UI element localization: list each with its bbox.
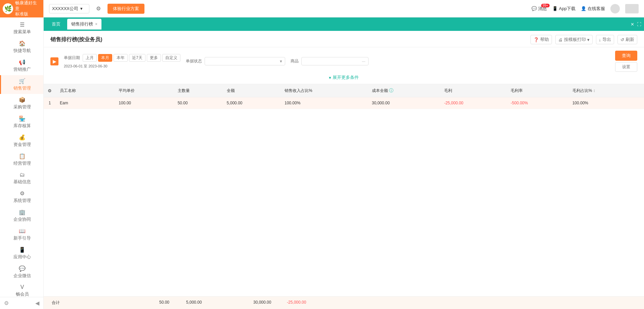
sidebar-label-purchase: 采购管理	[13, 104, 31, 110]
message-button[interactable]: 💬 消息 99+	[531, 6, 547, 12]
date-btns: 上月本月本年近7天更多自定义	[83, 54, 180, 62]
sidebar-nav: ☰搜索菜单🏠快捷导航📢营销推广🛒销售管理📦采购管理🏪库存核算💰资金管理📋经营管理…	[0, 17, 43, 297]
page-content: 销售排行榜(按业务员) ❓ 帮助 🖨 按模板打印 ▾ ↓ 导出 ↺ 刷新	[44, 31, 644, 309]
sidebar-item-sales[interactable]: 🛒销售管理	[0, 75, 43, 94]
sidebar: 🌿 畅康通好生意 标准版 ☰搜索菜单🏠快捷导航📢营销推广🛒销售管理📦采购管理🏪库…	[0, 0, 44, 309]
trial-button[interactable]: 体验行业方案	[108, 4, 144, 14]
sidebar-item-app-center[interactable]: 📱应用中心	[0, 244, 43, 263]
goods-input[interactable]: ···	[301, 57, 369, 65]
user-info[interactable]	[625, 4, 639, 13]
sidebar-label-enterprise: 企业协同	[13, 216, 31, 222]
tab-home[interactable]: 首页	[46, 17, 66, 31]
date-btn-上月[interactable]: 上月	[83, 54, 97, 62]
sidebar-label-app-center: 应用中心	[13, 254, 31, 260]
expand-more-row: ▾ 展开更多条件	[50, 74, 637, 81]
cell-sales_ratio: 100.00%	[281, 97, 368, 109]
cell-cost: 30,000.00	[368, 97, 440, 109]
table-header: ⚙员工名称平均单价主数量全额销售收入占比%成本全额 ⓘ毛利毛利率毛利占比% ↕	[44, 84, 644, 97]
tab-bar-actions: ✕ ⛶	[631, 22, 641, 27]
header-gear-button[interactable]: ⚙	[93, 4, 103, 14]
table-footer: 合计50.005,000.0030,000.00-25,000.00	[44, 296, 644, 309]
sidebar-item-quick-nav[interactable]: 🏠快捷导航	[0, 38, 43, 56]
cell-name: Eam	[56, 97, 115, 109]
logo-icon: 🌿	[3, 3, 13, 14]
sidebar-item-operation[interactable]: 📋经营管理	[0, 150, 43, 169]
sidebar-label-search-order: 搜索菜单	[13, 29, 31, 35]
cell-amount: 5,000.00	[223, 97, 281, 109]
tab-sales-ranking[interactable]: 销售排行榜 ×	[67, 19, 101, 30]
goods-filter-label: 商品	[291, 58, 299, 64]
sidebar-icon-operation: 📋	[19, 153, 26, 159]
cell-profit_rate: -500.00%	[507, 97, 568, 109]
filter-actions: 查询 设置	[615, 51, 637, 72]
date-btn-近7天[interactable]: 近7天	[129, 54, 145, 62]
app-download-button[interactable]: 📱 App下载	[552, 6, 575, 12]
sidebar-logo: 🌿 畅康通好生意 标准版	[0, 0, 43, 17]
tab-expand-icon[interactable]: ⛶	[637, 22, 641, 27]
message-icon: 💬	[531, 6, 537, 11]
sidebar-item-member[interactable]: V畅会员	[0, 281, 43, 297]
expand-more-button[interactable]: ▾ 展开更多条件	[329, 74, 359, 81]
sidebar-label-system: 系统管理	[13, 198, 31, 204]
sidebar-item-base-info[interactable]: 🗂基础信息	[0, 169, 43, 188]
tab-close-icon[interactable]: ×	[95, 22, 97, 27]
company-selector[interactable]: XXXXXX公司 ▾	[49, 4, 89, 13]
export-icon: ↓	[599, 37, 601, 42]
sidebar-item-enterprise[interactable]: 🏢企业协同	[0, 206, 43, 225]
sidebar-item-marketing[interactable]: 📢营销推广	[0, 56, 43, 75]
goods-more-icon: ···	[362, 59, 366, 64]
export-button[interactable]: ↓ 导出	[596, 35, 614, 44]
col-settings-icon[interactable]: ⚙	[48, 88, 52, 93]
sidebar-collapse-icon[interactable]: ◀	[35, 300, 39, 306]
profit-ratio-sort-icon[interactable]: ↕	[593, 88, 596, 93]
sidebar-icon-search-order: ☰	[20, 21, 25, 28]
sidebar-item-search-order[interactable]: ☰搜索菜单	[0, 19, 43, 38]
status-select[interactable]: ▾	[205, 57, 285, 65]
sidebar-item-finance[interactable]: 💰资金管理	[0, 132, 43, 150]
sidebar-item-purchase[interactable]: 📦采购管理	[0, 94, 43, 113]
sidebar-icon-sales: 🛒	[19, 78, 26, 84]
cell-profit_ratio: 100.00%	[568, 97, 644, 109]
help-button[interactable]: ❓ 帮助	[530, 35, 552, 44]
filter-toggle-button[interactable]: ▶	[50, 57, 58, 65]
expand-icon: ▾	[329, 75, 331, 80]
online-service-button[interactable]: 👤 在线客服	[581, 6, 605, 12]
sidebar-settings-icon[interactable]: ⚙	[4, 300, 9, 306]
sidebar-icon-wechat: 💬	[19, 265, 26, 272]
download-icon: 📱	[552, 6, 558, 11]
filter-settings-button[interactable]: 设置	[615, 62, 637, 72]
sidebar-label-wechat: 企业微信	[13, 273, 31, 279]
col-header-amount: 全额	[223, 84, 281, 97]
tab-close-window-icon[interactable]: ✕	[631, 22, 634, 27]
footer-cell-7	[316, 300, 350, 306]
col-header-name: 员工名称	[56, 84, 115, 97]
cell-quantity: 50.00	[174, 97, 223, 109]
sidebar-item-inventory[interactable]: 🏪库存核算	[0, 113, 43, 132]
date-btn-本年[interactable]: 本年	[114, 54, 128, 62]
avatar[interactable]	[610, 4, 620, 13]
sidebar-label-finance: 资金管理	[13, 142, 31, 148]
date-btn-本月[interactable]: 本月	[98, 54, 112, 62]
query-button[interactable]: 查询	[615, 51, 637, 61]
print-icon: 🖨	[558, 37, 563, 42]
sidebar-item-system[interactable]: ⚙系统管理	[0, 188, 43, 206]
refresh-button[interactable]: ↺ 刷新	[617, 35, 637, 44]
col-header-sales_ratio: 销售收入占比%	[281, 84, 368, 97]
status-filter: 单据状态 ▾	[186, 57, 285, 65]
sidebar-item-guide[interactable]: 📖新手引导	[0, 225, 43, 244]
footer-cell-6: -25,000.00	[283, 300, 316, 306]
sidebar-item-wechat[interactable]: 💬企业微信	[0, 263, 43, 281]
print-button[interactable]: 🖨 按模板打印 ▾	[555, 35, 593, 44]
footer-cell-4	[216, 300, 249, 306]
goods-filter: 商品 ···	[291, 57, 369, 65]
date-btn-自定义[interactable]: 自定义	[162, 54, 180, 62]
filter-area: ▶ 单据日期 上月本月本年近7天更多自定义 2023-06-01 至 2023-…	[44, 47, 644, 84]
cost-info-icon[interactable]: ⓘ	[389, 88, 393, 93]
date-btn-更多[interactable]: 更多	[147, 54, 161, 62]
main: XXXXXX公司 ▾ ⚙ 体验行业方案 💬 消息 99+ 📱 App下载 👤 在…	[44, 0, 644, 309]
status-filter-label: 单据状态	[186, 58, 202, 64]
sidebar-label-operation: 经营管理	[13, 160, 31, 166]
header-row: ⚙员工名称平均单价主数量全额销售收入占比%成本全额 ⓘ毛利毛利率毛利占比% ↕	[44, 84, 644, 97]
date-filter: 单据日期 上月本月本年近7天更多自定义 2023-06-01 至 2023-06…	[64, 54, 180, 69]
help-icon: ❓	[533, 37, 539, 42]
